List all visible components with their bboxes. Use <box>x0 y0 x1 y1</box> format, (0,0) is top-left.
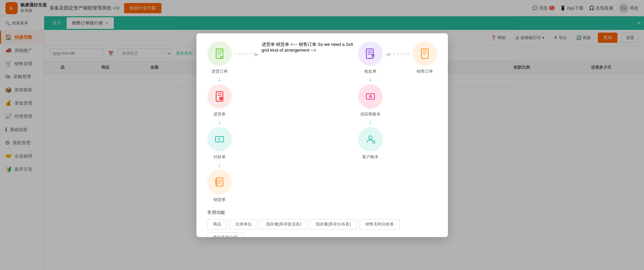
flow-node-purchase-slip: ✓ 进货单 <box>207 84 232 117</box>
modal-overlay[interactable]: 进货订单 ↓ ✓ 进货单 ↓ <box>0 0 644 270</box>
payment-label: 付款单 <box>213 154 226 160</box>
receipt-circle: ¥ <box>358 84 383 109</box>
func-btn-sales-margin[interactable]: 销售毛利分析表 <box>360 219 400 230</box>
payment-circle: ¥ <box>207 127 232 151</box>
customer-ledger-circle <box>358 127 383 151</box>
flow-node-supplier-ledger: 销货单 <box>207 170 232 203</box>
svg-rect-32 <box>421 49 428 58</box>
svg-rect-14 <box>215 179 217 185</box>
purchase-slip-label: 进货单 <box>213 111 226 117</box>
svg-text:✓: ✓ <box>220 97 222 100</box>
func-btn-stock-dist[interactable]: 现存量(库存分布表) <box>310 219 357 230</box>
flow-node-sales-slip: 收款单 <box>358 41 383 74</box>
flow-node-sales-order: 销售订单 <box>413 41 437 74</box>
arrow-down-5: ↓ <box>369 119 372 126</box>
customer-ledger-label: 客户账本 <box>362 154 379 160</box>
modal-body: 进货订单 ↓ ✓ 进货单 ↓ <box>196 33 448 237</box>
sales-slip-circle <box>358 41 383 66</box>
purchase-slip-circle: ✓ <box>207 84 232 109</box>
arrow-down-3: ↓ <box>218 161 221 168</box>
func-buttons-row-1: 商品 往来单位 现存量(库存状况表) 现存量(库存分布表) 销售毛利分析表 商品… <box>207 219 437 237</box>
sales-order-circle <box>413 41 437 66</box>
func-btn-unit[interactable]: 往来单位 <box>230 219 258 230</box>
arrow-down-4: ↓ <box>369 76 372 83</box>
flow-node-customer-ledger: 客户账本 <box>358 127 383 160</box>
svg-text:¥: ¥ <box>218 138 220 141</box>
purchase-order-label: 进货订单 <box>211 69 228 74</box>
flow-node-payment: ¥ 付款单 <box>207 127 232 160</box>
flow-node-receipt: ¥ 供应商账本 <box>358 84 383 117</box>
func-btn-stock-status[interactable]: 现存量(库存状况表) <box>260 219 307 230</box>
arrow-down-1: ↓ <box>218 76 221 83</box>
connector-area-2: ◀ <box>383 51 413 57</box>
func-btn-product[interactable]: 商品 <box>207 219 227 230</box>
common-funcs-title: 常用功能 <box>207 210 437 216</box>
receipt-label: 供应商账本 <box>360 111 381 117</box>
svg-text:¥: ¥ <box>369 95 371 98</box>
modal: 进货订单 ↓ ✓ 进货单 ↓ <box>196 33 448 237</box>
svg-rect-22 <box>371 54 375 57</box>
svg-point-28 <box>369 136 372 139</box>
func-btn-product-margin[interactable]: 商品毛利分析 <box>207 232 243 237</box>
sales-order-label: 销售订单 <box>417 69 433 74</box>
purchase-order-circle <box>207 41 232 66</box>
supplier-ledger-circle <box>207 170 232 194</box>
svg-rect-29 <box>372 141 375 143</box>
supplier-ledger-label: 销货单 <box>213 197 226 203</box>
flow-node-purchase-order: 进货订单 <box>207 41 232 74</box>
connector-area: ▶ <box>232 51 262 57</box>
common-funcs: 常用功能 商品 往来单位 现存量(库存状况表) 现存量(库存分布表) 销售毛利分… <box>207 210 437 237</box>
sales-slip-label: 收款单 <box>364 69 377 74</box>
arrow-down-2: ↓ <box>218 119 221 126</box>
